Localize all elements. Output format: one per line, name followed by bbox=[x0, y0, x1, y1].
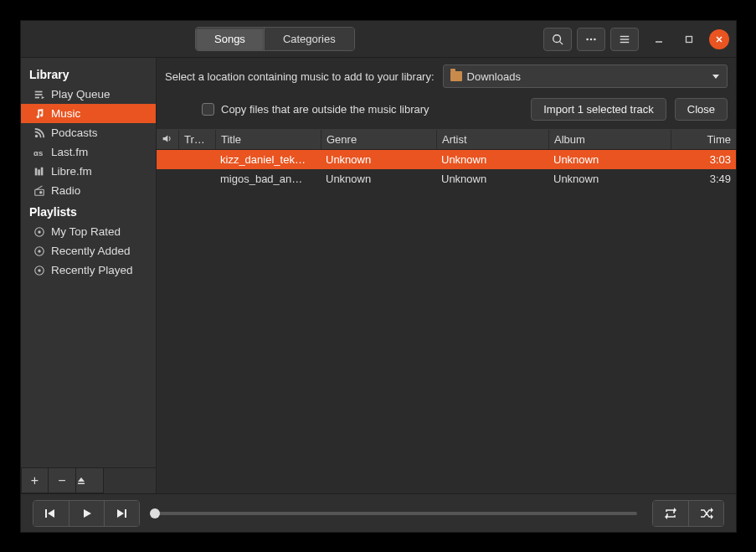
playlists-header: Playlists bbox=[21, 200, 156, 222]
shuffle-button[interactable] bbox=[688, 501, 723, 526]
play-icon bbox=[81, 508, 93, 519]
repeat-button[interactable] bbox=[653, 501, 688, 526]
table-row[interactable]: kizz_daniel_tek… Unknown Unknown Unknown… bbox=[157, 150, 736, 169]
sidebar-item-label: My Top Rated bbox=[51, 225, 121, 238]
app-window: Songs Categories bbox=[20, 20, 737, 533]
auto-playlist-icon bbox=[33, 264, 46, 277]
previous-button[interactable] bbox=[33, 501, 69, 526]
sidebar: Library Play Queue Music Podcasts αs Las… bbox=[21, 58, 157, 493]
sidebar-item-label: Music bbox=[51, 107, 80, 120]
cell-album: Unknown bbox=[548, 169, 671, 188]
librefm-icon bbox=[33, 165, 46, 178]
svg-rect-14 bbox=[35, 96, 39, 98]
sidebar-item-lastfm[interactable]: αs Last.fm bbox=[21, 142, 156, 162]
svg-point-29 bbox=[38, 269, 41, 272]
cell-track bbox=[178, 169, 215, 188]
close-button[interactable] bbox=[709, 29, 729, 49]
folder-icon bbox=[450, 71, 462, 81]
import-bar: Select a location containing music to ad… bbox=[157, 58, 736, 95]
eject-icon bbox=[76, 476, 103, 486]
sidebar-item-radio[interactable]: Radio bbox=[21, 181, 156, 200]
shuffle-icon bbox=[700, 508, 713, 519]
remove-playlist-button[interactable]: − bbox=[49, 468, 76, 493]
queue-icon bbox=[33, 88, 46, 101]
svg-marker-42 bbox=[711, 514, 713, 519]
location-value: Downloads bbox=[467, 70, 521, 83]
music-icon bbox=[33, 107, 46, 121]
search-button[interactable] bbox=[543, 28, 572, 51]
sidebar-item-label: Libre.fm bbox=[51, 165, 92, 178]
sidebar-item-music[interactable]: Music bbox=[21, 104, 156, 123]
svg-rect-13 bbox=[35, 94, 43, 95]
sidebar-item-play-queue[interactable]: Play Queue bbox=[21, 85, 156, 104]
auto-playlist-icon bbox=[33, 245, 46, 258]
playback-controls bbox=[33, 500, 140, 527]
svg-rect-20 bbox=[41, 167, 44, 175]
svg-rect-38 bbox=[125, 509, 126, 518]
svg-rect-31 bbox=[78, 482, 85, 484]
categories-tab[interactable]: Categories bbox=[264, 28, 354, 50]
svg-marker-41 bbox=[711, 508, 713, 513]
svg-rect-12 bbox=[35, 90, 43, 92]
sidebar-item-recently-added[interactable]: Recently Added bbox=[21, 241, 156, 261]
sidebar-item-label: Podcasts bbox=[51, 126, 98, 139]
sidebar-item-label: Recently Played bbox=[51, 264, 133, 276]
svg-rect-19 bbox=[38, 169, 40, 175]
col-genre[interactable]: Genre bbox=[321, 130, 436, 149]
cell-artist: Unknown bbox=[436, 150, 548, 169]
location-dropdown[interactable]: Downloads bbox=[443, 64, 728, 88]
table-row[interactable]: migos_bad_an… Unknown Unknown Unknown 3:… bbox=[157, 169, 736, 188]
col-album[interactable]: Album bbox=[548, 130, 671, 149]
col-time[interactable]: Time bbox=[671, 130, 736, 149]
more-button[interactable] bbox=[577, 28, 605, 51]
col-track[interactable]: Track bbox=[178, 130, 215, 149]
import-button[interactable]: Import 1 selected track bbox=[531, 98, 666, 121]
svg-rect-9 bbox=[687, 36, 692, 42]
svg-marker-30 bbox=[78, 477, 85, 482]
sidebar-footer: + − bbox=[21, 467, 156, 493]
import-actions: Copy files that are outside the music li… bbox=[157, 95, 736, 130]
menu-button[interactable] bbox=[610, 28, 639, 51]
copy-files-checkbox[interactable]: Copy files that are outside the music li… bbox=[202, 103, 429, 116]
library-header: Library bbox=[21, 63, 156, 85]
svg-marker-33 bbox=[163, 135, 168, 142]
col-playing[interactable] bbox=[157, 130, 178, 149]
main-area: Library Play Queue Music Podcasts αs Las… bbox=[21, 58, 736, 493]
play-button[interactable] bbox=[69, 501, 104, 526]
hamburger-icon bbox=[619, 34, 630, 45]
seek-bar[interactable] bbox=[155, 512, 637, 515]
close-import-button[interactable]: Close bbox=[675, 98, 728, 121]
titlebar: Songs Categories bbox=[21, 21, 736, 58]
next-button[interactable] bbox=[104, 501, 139, 526]
speaker-icon bbox=[162, 133, 173, 144]
cell-title: migos_bad_an… bbox=[215, 169, 321, 188]
player-bar bbox=[21, 493, 736, 532]
minimize-button[interactable] bbox=[649, 29, 669, 49]
dots-icon bbox=[585, 34, 597, 45]
cell-artist: Unknown bbox=[436, 169, 548, 188]
sidebar-item-librefm[interactable]: Libre.fm bbox=[21, 162, 156, 181]
lastfm-icon: αs bbox=[33, 146, 46, 159]
svg-marker-40 bbox=[665, 514, 667, 519]
table-header: Track Title Genre Artist Album Time bbox=[157, 130, 736, 150]
col-artist[interactable]: Artist bbox=[436, 130, 548, 149]
close-icon bbox=[715, 35, 723, 44]
svg-marker-37 bbox=[117, 509, 124, 518]
eject-button[interactable] bbox=[76, 468, 104, 493]
cell-time: 3:03 bbox=[671, 150, 736, 169]
col-title[interactable]: Title bbox=[215, 130, 321, 149]
add-playlist-button[interactable]: + bbox=[21, 468, 49, 493]
sidebar-item-podcasts[interactable]: Podcasts bbox=[21, 123, 156, 142]
svg-marker-32 bbox=[712, 75, 719, 79]
cell-time: 3:49 bbox=[671, 169, 736, 188]
maximize-button[interactable] bbox=[679, 29, 699, 49]
sidebar-item-top-rated[interactable]: My Top Rated bbox=[21, 222, 156, 241]
view-toggle: Songs Categories bbox=[195, 27, 355, 51]
svg-line-23 bbox=[37, 185, 43, 188]
svg-point-16 bbox=[35, 134, 39, 137]
svg-marker-36 bbox=[84, 509, 91, 518]
sidebar-item-recently-played[interactable]: Recently Played bbox=[21, 261, 156, 280]
content: Select a location containing music to ad… bbox=[157, 58, 736, 493]
songs-tab[interactable]: Songs bbox=[196, 28, 264, 50]
plus-icon: + bbox=[31, 473, 39, 488]
